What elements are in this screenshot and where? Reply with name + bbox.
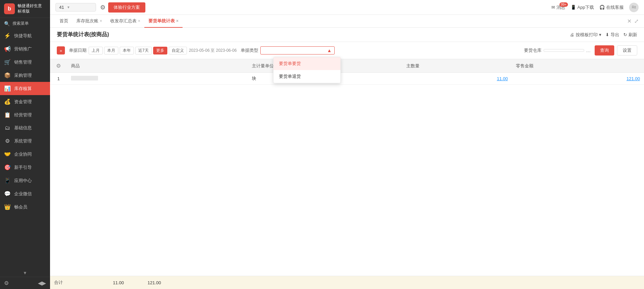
sidebar-item-member[interactable]: 👑畅会员 (0, 200, 50, 214)
sidebar-scroll-down[interactable]: ▼ (0, 269, 50, 277)
custom-btn[interactable]: 自定义 (169, 47, 187, 54)
tab-order-stats[interactable]: 要货单统计表 × (144, 15, 183, 28)
warehouse-more-icon[interactable]: ... (586, 47, 591, 53)
dropdown-option-order[interactable]: 要货单要货 (273, 57, 340, 70)
sidebar-bottom: ⚙ ◀▶ (0, 277, 50, 289)
tab-home[interactable]: 首页 (55, 15, 72, 28)
maximize-icon[interactable]: ⤢ (634, 18, 639, 24)
nav-icon-base-info: 🗂 (4, 125, 11, 131)
search-menu-item[interactable]: 🔍 搜索菜单 (0, 18, 50, 29)
nav-label-base-info: 基础信息 (14, 125, 32, 131)
settings-btn[interactable]: 设置 (617, 45, 637, 55)
settings-bottom-icon[interactable]: ⚙ (4, 280, 9, 286)
type-selector[interactable]: ▲ (260, 46, 335, 54)
this-year-btn[interactable]: 本年 (120, 47, 134, 54)
headset-icon: 🎧 (599, 5, 605, 10)
nav-icon-app-center: 📱 (4, 177, 11, 184)
data-table: ⚙ 商品 主计量单位 主数量 零售金额 1 块 (50, 59, 644, 85)
app-download-btn[interactable]: 📱 App下载 (571, 4, 594, 10)
sidebar-item-app-center[interactable]: 📱应用中心 (0, 174, 50, 187)
row-quantity: 11.00 (402, 73, 512, 85)
sidebar-item-guide[interactable]: 🎯新手引导 (0, 161, 50, 174)
sidebar-item-quick-nav[interactable]: ⚡快捷导航 (0, 29, 50, 42)
search-menu-label: 搜索菜单 (13, 21, 29, 26)
sidebar-item-enterprise[interactable]: 🤝企业协同 (0, 148, 50, 161)
tab-receipts-summary-label: 收发存汇总表 (110, 18, 137, 24)
tab-inventory-batch-label: 库存批次账 (76, 18, 98, 24)
type-label: 单据类型 (241, 47, 258, 53)
footer-numbers: 11.00 121.00 (81, 280, 161, 285)
dropdown-option-return[interactable]: 要货单退货 (273, 70, 340, 83)
table-col-settings-icon[interactable]: ⚙ (56, 63, 61, 69)
sidebar-item-marketing[interactable]: 📢营销推广 (0, 42, 50, 55)
nav-icon-inventory: 📊 (4, 85, 11, 92)
page-actions: 🖨 按模板打印 ▾ ⬇ 导出 ↻ 刷新 (570, 32, 637, 38)
avatar: Rit (629, 3, 639, 12)
close-order-stats-tab-icon[interactable]: × (176, 19, 178, 23)
nav-icon-wechat: 💬 (4, 191, 11, 197)
warehouse-label: 要货仓库 (524, 47, 542, 53)
nav-icon-purchase: 📦 (4, 72, 11, 79)
more-btn[interactable]: 更多 (153, 47, 167, 54)
tab-inventory-batch[interactable]: 库存批次账 × (72, 15, 106, 28)
date-quick-btns: 上月 本月 本年 近7天 更多 自定义 (89, 47, 187, 54)
sidebar-item-finance[interactable]: 💰资金管理 (0, 95, 50, 108)
page-title: 要货单统计表(按商品) (57, 31, 109, 38)
date-range-display: 2023-05-06 至 2023-06-06 (189, 48, 237, 53)
nav-label-marketing: 营销推广 (14, 46, 32, 52)
row-index: 1 (50, 73, 67, 85)
app-download-label: App下载 (577, 4, 594, 10)
print-icon: 🖨 (570, 32, 574, 37)
filter-expand-btn[interactable]: » (57, 46, 65, 54)
logo-text: 畅捷通好生意 标准版 (18, 3, 42, 14)
nav-icon-guide: 🎯 (4, 164, 11, 171)
refresh-btn[interactable]: ↻ 刷新 (623, 32, 637, 38)
collapse-sidebar-btn[interactable]: ◀▶ (38, 280, 46, 286)
sidebar-nav: ⚡快捷导航📢营销推广🛒销售管理📦采购管理📊库存核算💰资金管理📋经营管理🗂基础信息… (0, 29, 50, 269)
tab-receipts-summary[interactable]: 收发存汇总表 × (106, 15, 144, 28)
warehouse-input[interactable] (544, 49, 584, 52)
query-btn[interactable]: 查询 (595, 45, 614, 55)
prev-month-btn[interactable]: 上月 (89, 47, 103, 54)
nav-label-guide: 新手引导 (14, 164, 32, 171)
online-support-btn[interactable]: 🎧 在线客服 (599, 4, 624, 10)
message-btn[interactable]: ✉ 消息 99+ (551, 4, 565, 10)
close-receipts-summary-tab-icon[interactable]: × (138, 19, 140, 23)
close-all-tabs-icon[interactable]: ✕ (627, 18, 631, 24)
store-selector[interactable]: 41 ▼ (55, 3, 96, 12)
close-inventory-batch-tab-icon[interactable]: × (100, 19, 102, 23)
product-placeholder (71, 76, 98, 81)
warehouse-filter-group: 要货仓库 ... (524, 47, 591, 53)
sidebar-item-operations[interactable]: 📋经营管理 (0, 108, 50, 121)
sidebar-item-sales[interactable]: 🛒销售管理 (0, 55, 50, 69)
7-days-btn[interactable]: 近7天 (135, 47, 152, 54)
trial-btn[interactable]: 体验行业方案 (108, 2, 145, 13)
store-dropdown-icon: ▼ (67, 5, 70, 9)
footer-label: 合计 (54, 280, 74, 286)
nav-label-sales: 销售管理 (14, 59, 32, 65)
sidebar-logo: b 畅捷通好生意 标准版 (0, 0, 50, 18)
nav-label-purchase: 采购管理 (14, 72, 32, 79)
nav-icon-finance: 💰 (4, 98, 11, 105)
refresh-icon: ↻ (623, 32, 627, 37)
topbar-settings-icon[interactable]: ⚙ (100, 4, 105, 11)
sidebar-item-wechat[interactable]: 💬企业微信 (0, 187, 50, 200)
this-month-btn[interactable]: 本月 (104, 47, 118, 54)
export-btn[interactable]: ⬇ 导出 (605, 32, 619, 38)
topbar: 41 ▼ ⚙ 体验行业方案 ✉ 消息 99+ 📱 App下载 🎧 在线客服 Ri… (50, 0, 644, 15)
sidebar-item-purchase[interactable]: 📦采购管理 (0, 69, 50, 82)
date-label: 单据日期 (69, 47, 87, 53)
nav-label-operations: 经营管理 (14, 112, 32, 118)
type-dropdown: 要货单要货 要货单退货 (273, 57, 341, 83)
user-avatar[interactable]: Rit (629, 3, 639, 12)
footer-amount: 121.00 (147, 280, 161, 285)
date-filter-group: 单据日期 上月 本月 本年 近7天 更多 自定义 2023-05-06 至 20… (69, 47, 237, 54)
tab-order-stats-label: 要货单统计表 (148, 18, 175, 24)
print-template-btn[interactable]: 🖨 按模板打印 ▾ (570, 32, 601, 38)
sidebar-item-sys-mgmt[interactable]: ⚙系统管理 (0, 134, 50, 148)
sidebar-item-inventory[interactable]: 📊库存核算 (0, 82, 50, 95)
filter-actions: 查询 设置 (595, 45, 637, 55)
nav-label-sys-mgmt: 系统管理 (14, 138, 32, 144)
col-amount: 零售金额 (512, 59, 644, 73)
sidebar-item-base-info[interactable]: 🗂基础信息 (0, 121, 50, 134)
